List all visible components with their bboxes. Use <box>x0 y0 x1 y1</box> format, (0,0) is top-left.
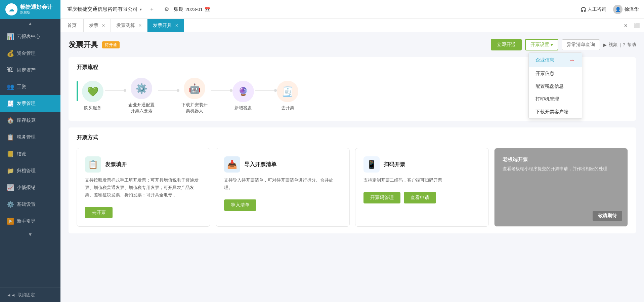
content-area: 首页 发票 ✕ 发票测算 ✕ 发票开具 ✕ ✕ ⬜ 发票开具 <box>60 19 644 302</box>
flow-step-buy: 💚 购买服务 <box>82 81 103 111</box>
add-button[interactable]: ＋ <box>147 5 157 14</box>
invoice-mgmt-icon: 🧾 <box>7 100 13 107</box>
inventory-icon: 🏠 <box>7 117 13 124</box>
status-badge: 待开通 <box>102 41 120 48</box>
flow-step-tax-disk: 🔮 新增税盘 <box>232 81 254 111</box>
tab-invoice[interactable]: 发票 ✕ <box>84 19 111 32</box>
settings-sidebar-icon: ⚙️ <box>7 201 13 208</box>
dropdown-download-client-label: 下载开票客户端 <box>535 109 568 114</box>
add-tax-disk-icon: 🔮 <box>232 81 254 102</box>
sidebar-item-assets[interactable]: 🏗 固定资产 <box>0 62 60 78</box>
video-label[interactable]: 视频 <box>609 42 617 48</box>
dropdown-printer-label: 打印机管理 <box>535 96 559 102</box>
sidebar-item-label: 小畅报销 <box>17 185 36 191</box>
cancel-fixed-button[interactable]: ◄◄ 取消固定 <box>0 288 60 302</box>
funds-icon: 💰 <box>7 50 13 57</box>
logo-text: 畅捷通好会计 <box>20 4 52 10</box>
play-icon[interactable]: ▶ <box>603 42 607 47</box>
sidebar-item-funds[interactable]: 💰 资金管理 <box>0 45 60 62</box>
go-invoice-button[interactable]: 去开票 <box>85 207 113 218</box>
user-info[interactable]: 👤 徐泽华 <box>613 5 639 14</box>
period-value: 2023-01 <box>185 7 203 12</box>
reports-icon: 📊 <box>7 33 13 40</box>
go-invoice-label: 去开票 <box>281 105 294 111</box>
billing-cards: 📋 发票填开 支持按照发票样式手工填开发票；可开具增值税电子普通发票、增值税普通… <box>77 148 628 227</box>
sidebar-scroll-down[interactable]: ▼ <box>0 230 60 239</box>
tab-invoice-calc[interactable]: 发票测算 ✕ <box>111 19 147 32</box>
tab-home[interactable]: 首页 <box>60 19 84 32</box>
flow-connector-3 <box>211 90 231 91</box>
calendar-icon[interactable]: 📅 <box>205 7 210 12</box>
assets-icon: 🏗 <box>7 67 13 74</box>
scan-card-header: 📱 扫码开票 <box>363 156 480 173</box>
sidebar-item-reports[interactable]: 📊 云报表中心 <box>0 28 60 45</box>
flow-connector-2 <box>158 90 178 91</box>
config-enterprise-label: 企业开通配置开票六要素 <box>126 102 157 114</box>
chevron-down-icon: ▾ <box>140 7 142 12</box>
sidebar-item-salary[interactable]: 👥 工资 <box>0 78 60 95</box>
tab-invoice-calc-close[interactable]: ✕ <box>138 23 142 28</box>
dropdown-item-tax-disk[interactable]: 配置税盘信息 <box>529 80 582 93</box>
sidebar-item-label: 资金管理 <box>17 50 36 56</box>
page-content: 发票开具 待开通 立即开通 开票设置 ▾ 异常清单查询 ▶ 视频 | ? 帮助 <box>60 32 644 302</box>
top-actions: ＋ ⚙ <box>147 5 171 14</box>
download-robot-icon: 🤖 <box>184 78 205 99</box>
dropdown-item-company-info[interactable]: 企业信息 → <box>529 53 582 67</box>
billing-section: 开票方式 📋 发票填开 支持按照发票样式手工填开发票；可开具增值税电子普通发票、… <box>69 127 636 233</box>
tab-maximize[interactable]: ⬜ <box>632 21 641 30</box>
view-application-button[interactable]: 查看申请 <box>404 192 436 203</box>
help-label[interactable]: 帮助 <box>627 42 636 48</box>
sidebar-item-label: 固定资产 <box>17 67 36 73</box>
exception-button[interactable]: 异常清单查询 <box>562 39 600 50</box>
tab-home-label: 首页 <box>67 23 77 29</box>
import-list-title: 导入开票清单 <box>244 161 276 168</box>
buy-service-icon: 💚 <box>82 81 103 102</box>
boss-invoice-title: 老板端开票 <box>503 156 619 163</box>
sidebar-scroll-up[interactable]: ▲ <box>0 19 60 28</box>
boss-overlay-badge: 敬请期待 <box>593 211 622 221</box>
sidebar-item-inventory[interactable]: 🏠 库存核算 <box>0 112 60 129</box>
logo-sub: 旗舰版 <box>20 10 52 15</box>
tab-close-all[interactable]: ✕ <box>621 21 631 30</box>
help-icon[interactable]: ? <box>623 42 625 47</box>
headphone-icon: 🎧 <box>581 7 586 12</box>
scan-code-mgmt-button[interactable]: 开票码管理 <box>363 192 400 203</box>
salary-icon: 👥 <box>7 83 13 90</box>
dropdown-item-download-client[interactable]: 下载开票客户端 <box>529 106 582 118</box>
scan-invoice-icon: 📱 <box>363 156 380 173</box>
sidebar-item-guide[interactable]: ▶️ 新手引导 <box>0 213 60 230</box>
activate-button[interactable]: 立即开通 <box>491 39 522 50</box>
red-arrow-icon: → <box>568 56 575 64</box>
dropdown-tax-disk-label: 配置税盘信息 <box>535 83 564 89</box>
tab-bar: 首页 发票 ✕ 发票测算 ✕ 发票开具 ✕ ✕ ⬜ <box>60 19 644 32</box>
settings-icon[interactable]: ⚙ <box>162 5 171 14</box>
billing-card-import: 📥 导入开票清单 支持导入待开票清单，可对待开票清单进行拆分、合并处理。 导入清… <box>216 148 349 227</box>
company-selector[interactable]: 重庆畅捷交通信息咨询有限公司 ▾ <box>67 6 142 12</box>
tab-invoice-issue-label: 发票开具 <box>153 23 172 29</box>
tab-invoice-issue[interactable]: 发票开具 ✕ <box>147 19 184 32</box>
dropdown-company-info-label: 企业信息 <box>535 57 554 63</box>
settings-button[interactable]: 开票设置 ▾ <box>525 39 558 50</box>
import-list-button[interactable]: 导入清单 <box>224 199 256 211</box>
support-button[interactable]: 🎧 人工咨询 <box>581 6 606 12</box>
dropdown-item-invoice-info[interactable]: 开票信息 <box>529 67 582 80</box>
tab-invoice-close[interactable]: ✕ <box>102 23 105 28</box>
sidebar-item-tax[interactable]: 📋 税务管理 <box>0 129 60 146</box>
sidebar-item-settings[interactable]: ⚙️ 基础设置 <box>0 196 60 213</box>
sidebar-bottom: ◄◄ 取消固定 <box>0 288 60 302</box>
dropdown-item-printer[interactable]: 打印机管理 <box>529 93 582 106</box>
sidebar: ▲ 📊 云报表中心 💰 资金管理 🏗 固定资产 👥 工资 🧾 发票管理 🏠 库存… <box>0 19 60 302</box>
archive-icon: 📁 <box>7 167 13 175</box>
sidebar-item-sales[interactable]: 📈 小畅报销 <box>0 179 60 196</box>
sidebar-item-accounting[interactable]: 📒 结账 <box>0 146 60 162</box>
billing-section-title: 开票方式 <box>77 134 628 141</box>
sidebar-item-label: 结账 <box>17 151 26 157</box>
buy-service-label: 购买服务 <box>84 105 101 111</box>
sidebar-item-invoice-mgmt[interactable]: 🧾 发票管理 <box>0 95 60 112</box>
sidebar-item-label: 税务管理 <box>17 134 36 140</box>
tab-actions: ✕ ⬜ <box>621 21 644 30</box>
tab-invoice-issue-close[interactable]: ✕ <box>175 23 178 28</box>
sidebar-item-archive[interactable]: 📁 归档管理 <box>0 162 60 179</box>
logo-icon: ☁ <box>5 3 17 15</box>
cancel-fixed-label: 取消固定 <box>17 292 35 298</box>
